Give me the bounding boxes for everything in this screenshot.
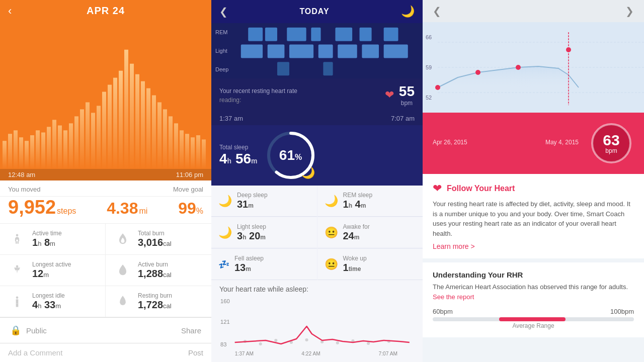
sleep-times: 1:37 am 7:07 am bbox=[211, 112, 423, 125]
svg-point-67 bbox=[336, 341, 339, 344]
activity-bar-chart bbox=[0, 22, 211, 169]
svg-rect-11 bbox=[63, 130, 67, 169]
metric-active-time: Active time 1h 8m bbox=[0, 224, 106, 255]
metric-longest-active: Longest active 12m bbox=[0, 255, 106, 286]
metric-longest-active-text: Longest active 12m bbox=[32, 261, 71, 280]
metric-longest-idle-text: Longest idle 4h 33m bbox=[32, 292, 65, 311]
range-bar bbox=[433, 317, 634, 321]
svg-text:160: 160 bbox=[220, 298, 230, 304]
svg-rect-41 bbox=[265, 28, 277, 41]
svg-point-80 bbox=[516, 65, 521, 70]
learn-more-link[interactable]: Learn more > bbox=[433, 242, 634, 250]
rem-sleep-icon: 🌙 bbox=[325, 195, 338, 208]
time-bar: 12:48 am 11:06 pm bbox=[0, 169, 211, 180]
pink-card: Apr 26, 2015 May 4, 2015 63 bpm bbox=[423, 113, 644, 174]
longest-active-icon bbox=[8, 261, 26, 280]
sleep-percent-text: 61% bbox=[279, 147, 302, 163]
share-button[interactable]: Share bbox=[181, 326, 201, 335]
metric-active-time-text: Active time 1h 8m bbox=[32, 230, 62, 248]
svg-point-39 bbox=[16, 296, 19, 299]
svg-rect-46 bbox=[384, 28, 398, 41]
right-prev-arrow[interactable]: ❮ bbox=[433, 5, 441, 17]
right-next-arrow[interactable]: ❯ bbox=[625, 5, 634, 17]
right-panel: ❮ ❯ 66 59 52 bbox=[423, 0, 644, 362]
deep-sleep-cell: 🌙 Deep sleep 31m bbox=[211, 186, 317, 217]
fell-asleep-cell: 💤 Fell asleep 13m bbox=[211, 249, 317, 280]
woke-up-icon: 😐 bbox=[325, 258, 338, 271]
steps-label: You moved bbox=[8, 186, 41, 193]
svg-rect-18 bbox=[102, 92, 106, 169]
svg-rect-0 bbox=[3, 141, 7, 169]
steps-values: 9,952steps 4.38mi 99% bbox=[0, 197, 211, 224]
rem-sleep-text: REM sleep 1h 4m bbox=[343, 192, 373, 210]
comment-input[interactable]: Add a Comment bbox=[8, 348, 188, 357]
goal-percent: 99% bbox=[178, 199, 203, 218]
svg-rect-34 bbox=[191, 137, 195, 169]
steps-count: 9,952steps bbox=[8, 197, 76, 218]
bpm-high-label: 100bpm bbox=[610, 308, 634, 315]
svg-rect-40 bbox=[248, 28, 263, 41]
bpm-range-row: 60bpm 100bpm bbox=[433, 308, 634, 315]
svg-rect-10 bbox=[58, 125, 62, 169]
svg-point-79 bbox=[475, 70, 480, 75]
svg-point-69 bbox=[367, 342, 370, 345]
rhr-label-col: Your recent resting heart rate reading: bbox=[219, 86, 380, 104]
svg-rect-16 bbox=[91, 113, 95, 169]
light-label: Light bbox=[215, 48, 228, 54]
svg-point-63 bbox=[274, 339, 277, 342]
mid-prev-arrow[interactable]: ❮ bbox=[219, 6, 228, 18]
awake-icon: 😐 bbox=[325, 226, 338, 239]
left-header: ‹ APR 24 bbox=[0, 0, 211, 22]
svg-point-81 bbox=[566, 47, 571, 52]
follow-heart-title: Follow Your Heart bbox=[447, 184, 515, 193]
miles-count: 4.38mi bbox=[107, 199, 147, 218]
pink-dates: Apr 26, 2015 May 4, 2015 bbox=[433, 139, 579, 146]
svg-rect-9 bbox=[52, 120, 56, 169]
bpm-low-label: 60bpm bbox=[433, 308, 453, 315]
svg-rect-51 bbox=[338, 45, 357, 58]
see-report-link[interactable]: See the report bbox=[433, 293, 474, 301]
svg-rect-2 bbox=[14, 130, 18, 169]
understanding-rhr-section: Understanding Your RHR The American Hear… bbox=[423, 262, 644, 337]
svg-rect-31 bbox=[174, 123, 178, 169]
metric-active-burn: Active burn 1,288cal bbox=[106, 255, 211, 286]
deep-sleep-icon: 🌙 bbox=[218, 195, 232, 208]
longest-idle-icon bbox=[8, 293, 26, 311]
time-end: 11:06 pm bbox=[176, 171, 203, 178]
avg-range-label: Average Range bbox=[433, 322, 634, 329]
svg-rect-28 bbox=[157, 102, 162, 169]
understanding-title: Understanding Your RHR bbox=[433, 270, 634, 279]
post-button[interactable]: Post bbox=[188, 348, 203, 357]
svg-rect-8 bbox=[47, 127, 51, 169]
svg-rect-53 bbox=[384, 45, 408, 58]
svg-rect-27 bbox=[152, 96, 156, 169]
rhr-bpm-value: 55 bbox=[399, 83, 415, 100]
svg-rect-4 bbox=[25, 141, 29, 169]
svg-rect-30 bbox=[169, 116, 173, 169]
svg-rect-35 bbox=[196, 135, 200, 169]
rhr-row: Your recent resting heart rate reading: … bbox=[211, 78, 423, 112]
metric-resting-burn-text: Resting burn 1,728cal bbox=[138, 292, 172, 311]
svg-rect-25 bbox=[141, 81, 145, 169]
range-bar-fill bbox=[499, 317, 566, 321]
svg-rect-32 bbox=[180, 130, 184, 169]
svg-point-62 bbox=[259, 342, 262, 345]
svg-rect-42 bbox=[287, 28, 306, 41]
svg-rect-24 bbox=[135, 74, 139, 169]
rhr-value-col: 55 bpm bbox=[399, 83, 415, 107]
svg-point-65 bbox=[305, 338, 308, 341]
resting-burn-icon bbox=[114, 293, 132, 311]
svg-rect-47 bbox=[241, 45, 263, 58]
svg-point-38 bbox=[16, 265, 19, 267]
public-text: Public bbox=[26, 326, 47, 335]
svg-point-78 bbox=[435, 85, 440, 90]
svg-rect-20 bbox=[113, 78, 117, 169]
back-arrow[interactable]: ‹ bbox=[8, 5, 12, 18]
metric-longest-idle: Longest idle 4h 33m bbox=[0, 286, 106, 317]
understanding-text: The American Heart Association has obser… bbox=[433, 282, 634, 302]
svg-point-37 bbox=[16, 234, 19, 236]
svg-rect-3 bbox=[19, 137, 23, 169]
goal-label: Move goal bbox=[173, 186, 203, 193]
bpm-value: 63 bpm bbox=[603, 133, 619, 154]
hr-asleep-chart: 160 121 83 1:37 AM 4:22 AM 7:07 AM bbox=[219, 296, 415, 356]
